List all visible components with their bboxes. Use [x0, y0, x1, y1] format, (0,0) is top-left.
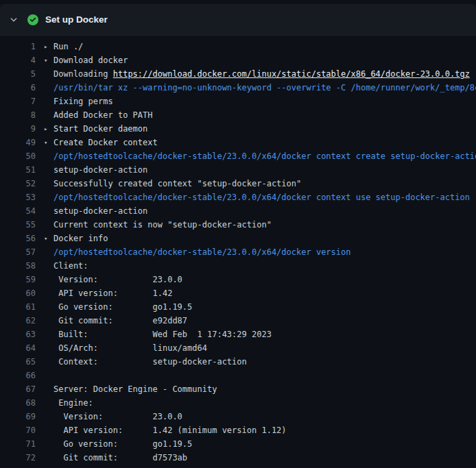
- triangle-expanded-icon: ▾: [44, 136, 53, 149]
- group-header: ▸Start Docker daemon: [44, 122, 476, 136]
- log-line: 54setup-docker-action: [0, 204, 476, 218]
- log-group-row[interactable]: 1▸Run ./: [0, 40, 476, 53]
- log-line: 55Current context is now "setup-docker-a…: [0, 218, 476, 232]
- line-number-link[interactable]: 6: [0, 81, 36, 95]
- group-label: Create Docker context: [53, 138, 158, 147]
- log-line: 71 Go version: go1.19.5: [0, 437, 476, 451]
- line-number-link[interactable]: 51: [0, 163, 36, 177]
- log-line: 65 Context: setup-docker-action: [0, 355, 476, 369]
- triangle-collapsed-icon: ▸: [44, 122, 53, 136]
- line-number-link[interactable]: 68: [0, 396, 36, 410]
- line-number-link[interactable]: 64: [0, 341, 36, 355]
- line-number-link[interactable]: 60: [0, 286, 36, 300]
- log-line: 67Server: Docker Engine - Community: [0, 382, 476, 396]
- step-header[interactable]: Set up Docker: [0, 4, 476, 36]
- line-number-link[interactable]: 67: [0, 382, 36, 396]
- log-text: Added Docker to PATH: [44, 108, 476, 122]
- log-text: Git commit: d7573ab: [44, 451, 476, 465]
- log-line: 63 Built: Wed Feb 1 17:43:29 2023: [0, 328, 476, 341]
- log-text: Fixing perms: [44, 95, 476, 108]
- log-line: 7Fixing perms: [0, 95, 476, 108]
- log-command-text: /opt/hostedtoolcache/docker-stable/23.0.…: [44, 245, 476, 259]
- log-command-text: /usr/bin/tar xz --warning=no-unknown-key…: [44, 81, 476, 95]
- line-number-link[interactable]: 4: [0, 53, 36, 67]
- line-number-link[interactable]: 70: [0, 423, 36, 437]
- log-line: 69 Version: 23.0.0: [0, 410, 476, 423]
- log-text: Git commit: e92dd87: [44, 314, 476, 328]
- log-lines: 1▸Run ./4▾Download docker5Downloading ht…: [0, 36, 476, 465]
- log-line: 66: [0, 369, 476, 382]
- log-line: 61 Go version: go1.19.5: [0, 300, 476, 314]
- group-header: ▾Download docker: [44, 53, 476, 67]
- line-number-link[interactable]: 53: [0, 190, 36, 204]
- log-text: Context: setup-docker-action: [44, 355, 476, 369]
- line-number-link[interactable]: 55: [0, 218, 36, 232]
- line-number-link[interactable]: 72: [0, 451, 36, 465]
- log-text: setup-docker-action: [44, 204, 476, 218]
- group-label: Run ./: [53, 42, 83, 51]
- line-number-link[interactable]: 56: [0, 232, 36, 245]
- line-number-link[interactable]: 57: [0, 245, 36, 259]
- log-text: Engine:: [44, 396, 476, 410]
- line-number-link[interactable]: 9: [0, 122, 36, 136]
- group-header: ▸Run ./: [44, 40, 476, 53]
- line-number-link[interactable]: 8: [0, 108, 36, 122]
- log-line: 62 Git commit: e92dd87: [0, 314, 476, 328]
- log-line: 51setup-docker-action: [0, 163, 476, 177]
- line-number-link[interactable]: 7: [0, 95, 36, 108]
- group-header: ▾Docker info: [44, 232, 476, 245]
- line-number-link[interactable]: 58: [0, 259, 36, 273]
- log-text: Successfully created context "setup-dock…: [44, 177, 476, 190]
- group-label: Download docker: [53, 56, 128, 65]
- log-command-text: /opt/hostedtoolcache/docker-stable/23.0.…: [44, 190, 476, 204]
- log-text: Version: 23.0.0: [44, 410, 476, 423]
- line-number-link[interactable]: 50: [0, 149, 36, 163]
- line-number-link[interactable]: 71: [0, 437, 36, 451]
- line-number-link[interactable]: 52: [0, 177, 36, 190]
- log-line: 6/usr/bin/tar xz --warning=no-unknown-ke…: [0, 81, 476, 95]
- log-text: Go version: go1.19.5: [44, 437, 476, 451]
- check-circle-success-icon: [27, 14, 38, 25]
- log-text-prefix: Downloading: [53, 69, 113, 79]
- log-text: Go version: go1.19.5: [44, 300, 476, 314]
- log-text: API version: 1.42 (minimum version 1.12): [44, 423, 476, 437]
- group-label: Docker info: [53, 234, 108, 243]
- triangle-collapsed-icon: ▸: [44, 40, 53, 53]
- log-text: API version: 1.42: [44, 286, 476, 300]
- log-line: 60 API version: 1.42: [0, 286, 476, 300]
- line-number-link[interactable]: 54: [0, 204, 36, 218]
- line-number-link[interactable]: 63: [0, 328, 36, 341]
- log-text: setup-docker-action: [44, 163, 476, 177]
- actions-log-panel: Set up Docker 1▸Run ./4▾Download docker5…: [0, 0, 476, 468]
- line-number-link[interactable]: 62: [0, 314, 36, 328]
- log-line: 72 Git commit: d7573ab: [0, 451, 476, 465]
- triangle-expanded-icon: ▾: [44, 53, 53, 67]
- log-group-row[interactable]: 49▾Create Docker context: [0, 136, 476, 149]
- line-number-link[interactable]: 59: [0, 273, 36, 286]
- log-line: 58Client:: [0, 259, 476, 273]
- line-number-link[interactable]: 1: [0, 40, 36, 53]
- log-text: Client:: [44, 259, 476, 273]
- line-number-link[interactable]: 66: [0, 369, 36, 382]
- line-number-link[interactable]: 61: [0, 300, 36, 314]
- line-number-link[interactable]: 49: [0, 136, 36, 149]
- log-command-text: /opt/hostedtoolcache/docker-stable/23.0.…: [44, 149, 476, 163]
- line-number-link[interactable]: 69: [0, 410, 36, 423]
- download-url-link[interactable]: https://download.docker.com/linux/static…: [113, 69, 470, 79]
- line-number-link[interactable]: 65: [0, 355, 36, 369]
- log-text: [44, 369, 476, 382]
- log-group-row[interactable]: 9▸Start Docker daemon: [0, 122, 476, 136]
- group-label: Start Docker daemon: [53, 124, 147, 134]
- log-line: 52Successfully created context "setup-do…: [0, 177, 476, 190]
- log-line: 8Added Docker to PATH: [0, 108, 476, 122]
- log-group-row[interactable]: 56▾Docker info: [0, 232, 476, 245]
- chevron-down-icon[interactable]: [8, 14, 19, 25]
- log-line: 64 OS/Arch: linux/amd64: [0, 341, 476, 355]
- log-group-row[interactable]: 4▾Download docker: [0, 53, 476, 67]
- log-line: 70 API version: 1.42 (minimum version 1.…: [0, 423, 476, 437]
- triangle-expanded-icon: ▾: [44, 232, 53, 245]
- line-number-link[interactable]: 5: [0, 67, 36, 81]
- log-text: Current context is now "setup-docker-act…: [44, 218, 476, 232]
- log-line: 57/opt/hostedtoolcache/docker-stable/23.…: [0, 245, 476, 259]
- log-line: 50/opt/hostedtoolcache/docker-stable/23.…: [0, 149, 476, 163]
